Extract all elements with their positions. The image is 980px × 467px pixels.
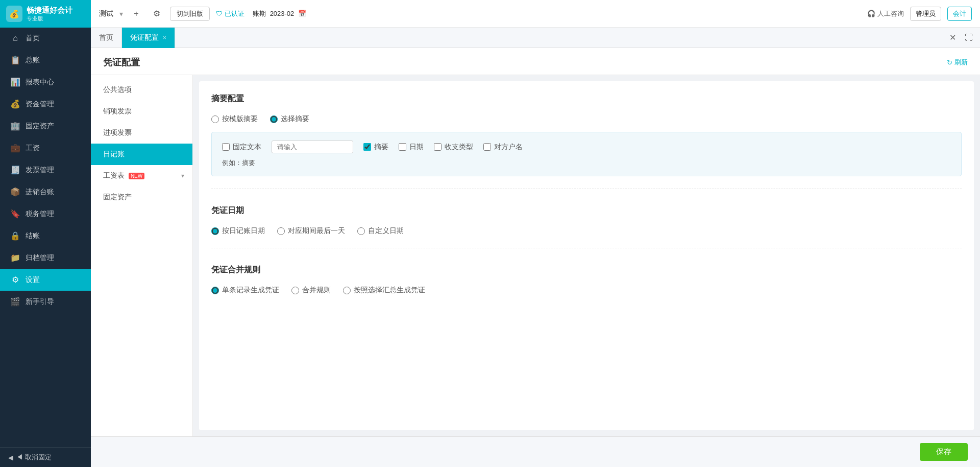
sidebar-item-archive[interactable]: 📁 归档管理 — [0, 247, 91, 269]
left-nav: 公共选项销项发票进项发票日记账工资表 NEW▾固定资产 — [91, 75, 193, 436]
refresh-button[interactable]: ↻ 刷新 — [947, 58, 968, 67]
calendar-icon[interactable]: 📅 — [298, 10, 306, 17]
merge-title: 凭证合并规则 — [211, 265, 962, 275]
income-type-option[interactable]: 收支类型 — [434, 143, 473, 152]
page-body: 公共选项销项发票进项发票日记账工资表 NEW▾固定资产 摘要配置 按模版摘要 选… — [91, 75, 980, 436]
sidebar-item-fixed-assets[interactable]: 🏢 固定资产 — [0, 115, 91, 137]
summary-checkbox[interactable] — [363, 143, 371, 151]
income-type-checkbox[interactable] — [434, 143, 442, 151]
date-option[interactable]: 日期 — [399, 143, 424, 152]
switch-old-version-button[interactable]: 切到旧版 — [170, 7, 210, 21]
page-header: 凭证配置 ↻ 刷新 — [91, 48, 980, 75]
summary-radio-group: 按模版摘要 选择摘要 — [211, 114, 962, 124]
sidebar-label-salary: 工资 — [26, 144, 40, 153]
date-checkbox[interactable] — [399, 143, 406, 151]
left-nav-item-payroll[interactable]: 工资表 NEW▾ — [91, 165, 192, 186]
window-close-button[interactable]: ✕ — [945, 31, 960, 45]
sidebar-label-purchase-sale: 进销台账 — [26, 188, 54, 197]
summary-option[interactable]: 摘要 — [363, 143, 388, 152]
sidebar-label-report: 报表中心 — [26, 78, 54, 87]
sidebar-item-tax[interactable]: 🔖 税务管理 — [0, 203, 91, 225]
sidebar-label-archive: 归档管理 — [26, 253, 54, 263]
summary-select-radio[interactable] — [270, 115, 278, 123]
counterpart-checkbox[interactable] — [483, 143, 491, 151]
sidebar-label-tax: 税务管理 — [26, 209, 54, 219]
sidebar-item-settings[interactable]: ⚙ 设置 — [0, 269, 91, 291]
merge-radio-group: 单条记录生成凭证 合并规则 按照选择汇总生成凭证 — [211, 286, 962, 295]
tab-voucher-config[interactable]: 凭证配置 × — [122, 28, 175, 48]
cancel-pin-button[interactable]: ◀ ◀ 取消固定 — [0, 447, 91, 467]
sidebar-item-home[interactable]: ⌂ 首页 — [0, 28, 91, 49]
tabbar: 首页 凭证配置 × ✕ ⛶ — [91, 28, 980, 48]
date-section: 凭证日期 按日记账日期 对应期间最后一天 自定义日期 — [211, 205, 962, 248]
fixed-text-checkbox[interactable] — [222, 143, 230, 151]
sidebar-label-home: 首页 — [26, 34, 40, 43]
merge-rule-option[interactable]: 合并规则 — [291, 286, 331, 295]
role-button[interactable]: 会计 — [947, 7, 972, 21]
sidebar-icon-closing: 🔒 — [10, 231, 20, 241]
counterpart-option[interactable]: 对方户名 — [483, 143, 523, 152]
left-nav-item-fixed-assets[interactable]: 固定资产 — [91, 186, 192, 208]
left-nav-item-journal[interactable]: 日记账 — [91, 144, 192, 165]
headset-icon: 🎧 — [867, 10, 875, 17]
sidebar-item-guide[interactable]: 🎬 新手引导 — [0, 291, 91, 313]
topbar-right: 🎧 人工咨询 管理员 会计 — [867, 7, 972, 21]
summary-options-row: 固定文本 摘要 日期 — [222, 141, 951, 153]
company-name: 测试 — [99, 9, 113, 18]
example-text: 例如：摘要 — [222, 158, 951, 168]
custom-date-radio[interactable] — [357, 227, 365, 235]
fixed-text-option[interactable]: 固定文本 — [222, 143, 261, 152]
summary-options-box: 固定文本 摘要 日期 — [211, 132, 962, 176]
merge-section: 凭证合并规则 单条记录生成凭证 合并规则 按照选择汇总生成凭证 — [211, 265, 962, 307]
sidebar-item-salary[interactable]: 💼 工资 — [0, 137, 91, 159]
sidebar-item-purchase-sale[interactable]: 📦 进销台账 — [0, 181, 91, 203]
select-merge-radio[interactable] — [343, 287, 351, 294]
merge-rule-radio[interactable] — [291, 287, 299, 294]
window-controls: ✕ ⛶ — [945, 31, 980, 45]
journal-date-option[interactable]: 按日记账日期 — [211, 226, 265, 236]
settings-button[interactable]: ⚙ — [150, 7, 164, 21]
fixed-text-input[interactable] — [272, 141, 353, 153]
sidebar-item-report[interactable]: 📊 报表中心 — [0, 71, 91, 93]
tab-close-icon[interactable]: × — [163, 34, 166, 41]
date-title: 凭证日期 — [211, 205, 962, 216]
logo-text: 畅捷通好会计 专业版 — [27, 6, 72, 22]
left-nav-item-purchase-invoice[interactable]: 进项发票 — [91, 122, 192, 144]
refresh-icon: ↻ — [947, 59, 952, 66]
sidebar-icon-archive: 📁 — [10, 253, 20, 263]
sidebar-icon-report: 📊 — [10, 77, 20, 87]
window-expand-button[interactable]: ⛶ — [962, 31, 976, 45]
sidebar: 💰 畅捷通好会计 专业版 ⌂ 首页 📋 总账 📊 报表中心 💰 资金管理 🏢 固… — [0, 0, 91, 467]
sidebar-label-ledger: 总账 — [26, 56, 40, 65]
left-nav-item-public[interactable]: 公共选项 — [91, 79, 192, 101]
select-merge-option[interactable]: 按照选择汇总生成凭证 — [343, 286, 425, 295]
custom-date-option[interactable]: 自定义日期 — [357, 226, 404, 236]
company-dropdown-icon[interactable]: ▾ — [119, 10, 123, 18]
sidebar-icon-capital: 💰 — [10, 99, 20, 109]
page-title: 凭证配置 — [103, 56, 140, 68]
save-button[interactable]: 保存 — [920, 443, 968, 461]
consult-button[interactable]: 🎧 人工咨询 — [867, 9, 904, 18]
topbar: 测试 ▾ + ⚙ 切到旧版 🛡 已认证 账期 2023-02 📅 🎧 人工咨询 … — [91, 0, 980, 28]
user-button[interactable]: 管理员 — [910, 7, 941, 21]
summary-template-option[interactable]: 按模版摘要 — [211, 114, 258, 124]
single-radio[interactable] — [211, 287, 219, 294]
sidebar-icon-invoice: 🧾 — [10, 165, 20, 175]
summary-select-option[interactable]: 选择摘要 — [270, 114, 309, 124]
period-last-radio[interactable] — [277, 227, 285, 235]
sidebar-icon-salary: 💼 — [10, 143, 20, 153]
add-button[interactable]: + — [129, 7, 143, 21]
single-option[interactable]: 单条记录生成凭证 — [211, 286, 279, 295]
journal-date-radio[interactable] — [211, 227, 219, 235]
left-nav-item-sales-invoice[interactable]: 销项发票 — [91, 101, 192, 122]
sidebar-item-closing[interactable]: 🔒 结账 — [0, 225, 91, 247]
sidebar-item-invoice[interactable]: 🧾 发票管理 — [0, 159, 91, 181]
sidebar-item-capital[interactable]: 💰 资金管理 — [0, 93, 91, 115]
tab-home[interactable]: 首页 — [91, 28, 122, 48]
sidebar-icon-home: ⌂ — [10, 34, 20, 43]
expand-arrow-payroll: ▾ — [181, 172, 184, 179]
new-badge-payroll: NEW — [129, 173, 144, 179]
sidebar-item-ledger[interactable]: 📋 总账 — [0, 49, 91, 71]
summary-template-radio[interactable] — [211, 115, 219, 123]
period-last-option[interactable]: 对应期间最后一天 — [277, 226, 345, 236]
